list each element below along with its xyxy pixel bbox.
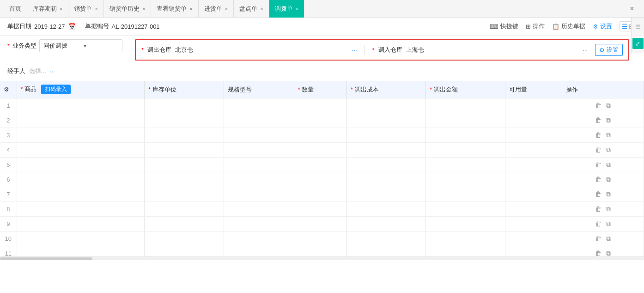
available-cell-1[interactable] <box>505 98 562 113</box>
cost-cell-6[interactable] <box>346 172 425 187</box>
spec-cell-9[interactable] <box>224 217 294 232</box>
unit-cell-7[interactable] <box>145 187 224 202</box>
delete-btn-10[interactable]: 🗑 <box>595 235 601 242</box>
copy-btn-3[interactable]: ⧉ <box>606 131 611 139</box>
qty-cell-1[interactable] <box>294 98 346 113</box>
qty-cell-5[interactable] <box>294 158 346 172</box>
qty-cell-7[interactable] <box>294 187 346 202</box>
delete-btn-4[interactable]: 🗑 <box>595 146 601 153</box>
available-cell-8[interactable] <box>505 202 562 217</box>
copy-btn-1[interactable]: ⧉ <box>606 102 611 109</box>
unit-cell-9[interactable] <box>145 217 224 232</box>
unit-cell-6[interactable] <box>145 172 224 187</box>
amount-cell-9[interactable] <box>426 217 505 232</box>
amount-cell-8[interactable] <box>426 202 505 217</box>
amount-cell-3[interactable] <box>426 128 505 143</box>
cost-cell-10[interactable] <box>346 232 425 246</box>
tab-sales-history[interactable]: 销货单历史 × <box>104 0 151 18</box>
spec-cell-11[interactable] <box>224 246 294 257</box>
spec-cell-6[interactable] <box>224 172 294 187</box>
scan-barcode-button[interactable]: 扫码录入 <box>41 85 71 94</box>
calendar-icon[interactable]: 📅 <box>68 23 76 30</box>
business-type-select[interactable]: 同价调拨 ▼ <box>39 39 122 52</box>
available-cell-5[interactable] <box>505 158 562 172</box>
spec-cell-7[interactable] <box>224 187 294 202</box>
right-panel-list-btn[interactable]: ☰ <box>632 21 644 32</box>
window-close-button[interactable]: × <box>624 0 640 18</box>
tab-purchase-order[interactable]: 进货单 × <box>199 0 234 18</box>
list-view-icon[interactable]: ☰ <box>622 23 628 30</box>
copy-btn-10[interactable]: ⧉ <box>606 235 611 242</box>
cost-cell-4[interactable] <box>346 143 425 158</box>
product-cell-7[interactable] <box>17 187 145 202</box>
cost-cell-8[interactable] <box>346 202 425 217</box>
tab-home[interactable]: 首页 <box>4 0 27 18</box>
product-cell-9[interactable] <box>17 217 145 232</box>
qty-cell-11[interactable] <box>294 246 346 257</box>
unit-cell-2[interactable] <box>145 113 224 128</box>
copy-btn-6[interactable]: ⧉ <box>606 176 611 183</box>
history-button[interactable]: 📋 历史单据 <box>552 22 585 31</box>
available-cell-7[interactable] <box>505 187 562 202</box>
tab-sales-order[interactable]: 销货单 × <box>68 0 103 18</box>
qty-cell-4[interactable] <box>294 143 346 158</box>
tab-inventory-init[interactable]: 库存期初 × <box>27 0 68 18</box>
unit-cell-11[interactable] <box>145 246 224 257</box>
copy-btn-11[interactable]: ⧉ <box>606 250 611 256</box>
available-cell-11[interactable] <box>505 246 562 257</box>
delete-btn-3[interactable]: 🗑 <box>595 131 601 139</box>
tab-view-sales[interactable]: 查看销货单 × <box>151 0 198 18</box>
available-cell-6[interactable] <box>505 172 562 187</box>
qty-cell-6[interactable] <box>294 172 346 187</box>
spec-cell-8[interactable] <box>224 202 294 217</box>
copy-btn-4[interactable]: ⧉ <box>606 146 611 153</box>
spec-cell-2[interactable] <box>224 113 294 128</box>
close-view-sales[interactable]: × <box>189 6 192 12</box>
copy-btn-9[interactable]: ⧉ <box>606 220 611 227</box>
product-cell-1[interactable] <box>17 98 145 113</box>
warehouse-out-value[interactable]: 北京仓 <box>175 46 193 54</box>
cost-cell-2[interactable] <box>346 113 425 128</box>
copy-btn-2[interactable]: ⧉ <box>606 116 611 124</box>
product-cell-3[interactable] <box>17 128 145 143</box>
cost-cell-9[interactable] <box>346 217 425 232</box>
cost-cell-3[interactable] <box>346 128 425 143</box>
amount-cell-2[interactable] <box>426 113 505 128</box>
delete-btn-2[interactable]: 🗑 <box>595 116 601 124</box>
cost-cell-7[interactable] <box>346 187 425 202</box>
qty-cell-9[interactable] <box>294 217 346 232</box>
copy-btn-7[interactable]: ⧉ <box>606 190 611 198</box>
handler-input[interactable]: 选择... <box>29 67 46 75</box>
handler-ellipsis[interactable]: ··· <box>50 68 55 75</box>
close-sales-order[interactable]: × <box>95 6 97 12</box>
available-cell-2[interactable] <box>505 113 562 128</box>
amount-cell-4[interactable] <box>426 143 505 158</box>
spec-cell-10[interactable] <box>224 232 294 246</box>
cost-cell-11[interactable] <box>346 246 425 257</box>
product-cell-10[interactable] <box>17 232 145 246</box>
warehouse-in-value[interactable]: 上海仓 <box>406 46 424 54</box>
unit-cell-1[interactable] <box>145 98 224 113</box>
product-cell-6[interactable] <box>17 172 145 187</box>
copy-btn-8[interactable]: ⧉ <box>606 205 611 213</box>
unit-cell-10[interactable] <box>145 232 224 246</box>
warehouse-out-ellipsis[interactable]: ··· <box>352 47 357 54</box>
product-cell-2[interactable] <box>17 113 145 128</box>
scroll-thumb[interactable] <box>0 257 92 260</box>
delete-btn-11[interactable]: 🗑 <box>595 250 601 256</box>
unit-cell-8[interactable] <box>145 202 224 217</box>
cost-cell-1[interactable] <box>346 98 425 113</box>
product-cell-8[interactable] <box>17 202 145 217</box>
gear-col-header[interactable]: ⚙ <box>0 81 17 98</box>
qty-cell-8[interactable] <box>294 202 346 217</box>
copy-btn-5[interactable]: ⧉ <box>606 161 611 168</box>
spec-cell-1[interactable] <box>224 98 294 113</box>
warehouse-in-ellipsis[interactable]: ··· <box>583 47 588 54</box>
available-cell-9[interactable] <box>505 217 562 232</box>
delete-btn-7[interactable]: 🗑 <box>595 190 601 198</box>
tab-transfer[interactable]: 调拨单 × <box>269 0 304 18</box>
amount-cell-1[interactable] <box>426 98 505 113</box>
amount-cell-6[interactable] <box>426 172 505 187</box>
spec-cell-5[interactable] <box>224 158 294 172</box>
amount-cell-7[interactable] <box>426 187 505 202</box>
